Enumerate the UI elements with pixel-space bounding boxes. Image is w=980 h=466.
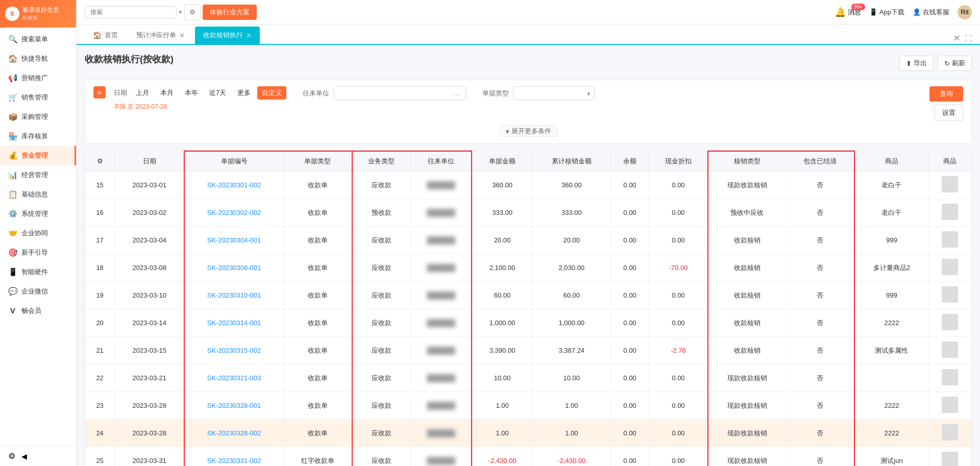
sidebar-item-marketing[interactable]: 📢 营销推广 — [0, 68, 76, 88]
tab-home[interactable]: 🏠 首页 — [85, 27, 126, 44]
cell-amount: 1.00 — [472, 420, 532, 447]
cell-date: 2023-03-28 — [115, 392, 184, 420]
more-date-button[interactable]: 更多 — [233, 86, 255, 100]
tab-payable-close[interactable]: ✕ — [179, 32, 185, 39]
partner-input[interactable] — [334, 87, 449, 100]
custom-date-button[interactable]: 自定义 — [257, 86, 286, 100]
home-icon: 🏠 — [8, 54, 17, 63]
sidebar-item-label: 搜索菜单 — [21, 35, 48, 44]
sidebar-item-system[interactable]: ⚙️ 系统管理 — [0, 204, 76, 224]
cell-include-cleared: 否 — [786, 337, 854, 364]
sidebar-item-operations[interactable]: 📊 经营管理 — [0, 165, 76, 185]
sidebar-item-corp[interactable]: 🤝 企业协同 — [0, 224, 76, 243]
cell-voucher-type: 收款单 — [283, 171, 352, 199]
voucher-no-link[interactable]: SK-20230315-002 — [207, 347, 261, 354]
app-download-button[interactable]: 📱 App下载 — [869, 8, 904, 17]
last-month-button[interactable]: 上月 — [131, 86, 154, 100]
refresh-icon: ↻ — [944, 60, 950, 67]
col-header-settings[interactable]: ⚙ — [85, 151, 115, 171]
table-row: 23 2023-03-28 SK-20230328-001 收款单 应收款 ██… — [85, 392, 971, 420]
cell-goods: 2222 — [854, 309, 928, 337]
this-year-button[interactable]: 本年 — [180, 86, 203, 100]
online-service-button[interactable]: 👤 在线客服 — [913, 8, 949, 17]
settings-gear-button[interactable]: ⚙ — [184, 4, 201, 20]
voucher-no-link[interactable]: SK-20230321-003 — [207, 374, 261, 382]
last-7-days-button[interactable]: 近7天 — [205, 86, 231, 100]
voucher-no-link[interactable]: SK-20230304-001 — [207, 236, 261, 244]
sidebar-item-shortcut[interactable]: 🏠 快捷导航 — [0, 49, 76, 68]
export-button[interactable]: ⬆ 导出 — [899, 56, 934, 71]
voucher-no-link[interactable]: SK-20230328-002 — [207, 429, 261, 437]
sidebar-item-member[interactable]: V 畅会员 — [0, 301, 76, 321]
tabbar: 🏠 首页 预计冲应付单 ✕ 收款核销执行 ✕ ✕ ⛶ — [77, 24, 980, 45]
filter-voucher-type-col: 单据类型 ▾ — [482, 86, 595, 100]
cell-no: 25 — [85, 447, 115, 467]
col-header-partner: 往来单位 — [410, 151, 472, 171]
partner-value: ██████ — [427, 429, 455, 437]
sidebar-item-finance[interactable]: 💰 资金管理 — [0, 146, 76, 165]
expand-more-conditions-button[interactable]: ▾ 展开更多条件 — [499, 125, 558, 137]
cell-date: 2023-03-21 — [115, 364, 184, 392]
sidebar-item-hardware[interactable]: 📱 智能硬件 — [0, 262, 76, 282]
cell-no: 16 — [85, 199, 115, 227]
filter-expand-button[interactable]: » — [93, 86, 106, 99]
sidebar-item-search[interactable]: 🔍 搜索菜单 — [0, 30, 76, 49]
voucher-type-select[interactable] — [513, 86, 595, 100]
voucher-no-link[interactable]: SK-20230308-001 — [207, 264, 261, 272]
cell-cumulative: 333.00 — [532, 199, 610, 227]
cell-balance: 0.00 — [610, 309, 649, 337]
partner-value: ██████ — [427, 236, 455, 244]
sidebar-item-inventory[interactable]: 🏪 库存核算 — [0, 127, 76, 146]
cell-balance: 0.00 — [610, 254, 649, 282]
partner-input-wrapper: ... — [333, 86, 466, 100]
wechat-icon: 💬 — [8, 287, 17, 296]
expand-tabs-button[interactable]: ⛶ — [965, 34, 972, 42]
table-row: 24 2023-03-28 SK-20230328-002 收款单 应收款 ██… — [85, 420, 971, 447]
tab-receipt-label: 收款核销执行 — [203, 31, 243, 40]
date-filter-label: 日期 — [114, 88, 127, 97]
voucher-no-link[interactable]: SK-20230331-002 — [207, 457, 261, 464]
cell-amount: 1.00 — [472, 392, 532, 420]
sidebar-item-label: 资金管理 — [21, 151, 48, 160]
cell-biz-type: 应收款 — [352, 309, 411, 337]
sidebar-item-wechat[interactable]: 💬 企业微信 — [0, 282, 76, 301]
cell-voucher-type: 收款单 — [283, 282, 352, 309]
voucher-no-link[interactable]: SK-20230314-001 — [207, 319, 261, 327]
solution-button[interactable]: 体验行业方案 — [203, 5, 257, 20]
filter-settings-button[interactable]: 设置 — [935, 105, 963, 121]
sidebar-item-basics[interactable]: 📋 基础信息 — [0, 185, 76, 204]
voucher-no-link[interactable]: SK-20230328-001 — [207, 402, 261, 409]
cell-cumulative: 10.00 — [532, 364, 610, 392]
sidebar-item-guide[interactable]: 🎯 新手引导 — [0, 243, 76, 262]
cell-balance: 0.00 — [610, 171, 649, 199]
sidebar-item-label: 经营管理 — [21, 170, 48, 180]
tab-receipt-close[interactable]: ✕ — [246, 32, 252, 39]
collapse-icon[interactable]: ◀ — [21, 452, 27, 460]
avatar[interactable]: Rit — [958, 5, 972, 19]
tab-payable[interactable]: 预计冲应付单 ✕ — [128, 27, 193, 44]
close-all-tabs-button[interactable]: ✕ — [953, 33, 961, 44]
settings-icon[interactable]: ⚙ — [8, 451, 15, 461]
this-month-button[interactable]: 本月 — [156, 86, 178, 100]
tab-payable-label: 预计冲应付单 — [136, 31, 176, 40]
refresh-button[interactable]: ↻ 刷新 — [938, 56, 972, 71]
voucher-no-link[interactable]: SK-20230310-001 — [207, 291, 261, 299]
cell-balance: 0.00 — [610, 420, 649, 447]
sidebar-item-label: 销售管理 — [21, 93, 48, 102]
topbar-search-input[interactable] — [85, 6, 177, 18]
cell-no: 18 — [85, 254, 115, 282]
cell-goods2 — [928, 420, 971, 447]
sidebar-item-label: 库存核算 — [21, 132, 48, 141]
cell-goods: 2222 — [854, 392, 928, 420]
cell-voucher-no: SK-20230315-002 — [184, 337, 283, 364]
sidebar-item-label: 基础信息 — [21, 190, 48, 199]
message-button[interactable]: 🔔 消息 99+ — [835, 7, 861, 18]
sidebar-item-sales[interactable]: 🛒 销售管理 — [0, 88, 76, 107]
partner-value: ██████ — [427, 209, 455, 216]
voucher-no-link[interactable]: SK-20230302-002 — [207, 209, 261, 216]
query-button[interactable]: 查询 — [929, 86, 963, 102]
cell-voucher-type: 收款单 — [283, 337, 352, 364]
sidebar-item-purchase[interactable]: 📦 采购管理 — [0, 107, 76, 127]
tab-receipt[interactable]: 收款核销执行 ✕ — [195, 27, 260, 44]
voucher-no-link[interactable]: SK-20230301-002 — [207, 181, 261, 189]
